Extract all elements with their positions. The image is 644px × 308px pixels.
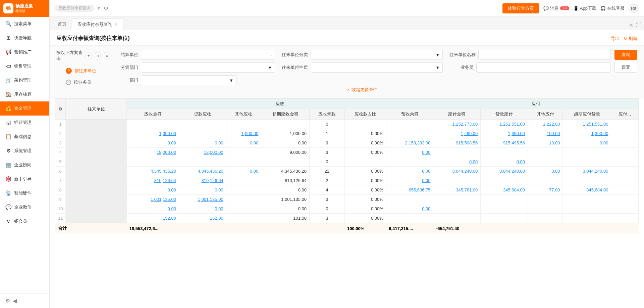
tab-fullscreen-icon[interactable]: ⛶ xyxy=(636,22,641,29)
table-cell-link[interactable]: 152.00 xyxy=(179,214,226,223)
table-cell-link[interactable]: 0.00 xyxy=(528,167,563,176)
settings-button[interactable]: 设置 xyxy=(614,62,637,73)
table-cell-link[interactable]: 3,044,240.00 xyxy=(433,167,481,176)
table-cell-link[interactable]: 345,684.00 xyxy=(481,185,528,195)
table-cell-link[interactable]: 4,345,436.20 xyxy=(179,167,226,176)
table-cell-link[interactable]: 0.00 xyxy=(481,157,528,167)
online-service-button[interactable]: 🎧 在线客服 xyxy=(600,5,625,11)
table-cell-link[interactable]: 3,044,240.00 xyxy=(563,167,611,176)
sidebar-item-purchase[interactable]: 🛒 采购管理 xyxy=(0,73,49,87)
table-cell-link[interactable]: 345,761.00 xyxy=(433,185,481,195)
sidebar-item-marketing[interactable]: 📢 营销推广 xyxy=(0,45,49,59)
table-cell-link[interactable]: 0.00 xyxy=(386,204,433,214)
filter-sub-by-salesperson[interactable]: ⊙ 按业务员 xyxy=(62,77,110,88)
message-button[interactable]: 💬 消息 99+ xyxy=(543,5,569,11)
filter-back-button[interactable]: « xyxy=(104,52,110,59)
tab-window-close-icon[interactable]: ✕ xyxy=(629,22,633,29)
table-cell-link[interactable]: 345,684.00 xyxy=(563,185,611,195)
sidebar-item-inventory[interactable]: 🏠 库存核算 xyxy=(0,87,49,101)
filter-settlement-unit: 结算单位 ··· xyxy=(114,50,275,60)
table-cell-link[interactable]: 810,126.64 xyxy=(179,176,226,185)
collapse-filter-button[interactable]: ∧ 收起更多条件 xyxy=(114,85,610,94)
filter-department-input[interactable]: ▼ xyxy=(141,75,236,85)
settings-col-header[interactable]: ⚙ xyxy=(55,99,66,120)
filter-unit-nature-input[interactable]: ▼ xyxy=(311,62,443,73)
sidebar-item-enterprise[interactable]: 🏢 企业协同 xyxy=(0,158,49,172)
filter-sub-by-unit[interactable]: P 按往来单位 xyxy=(62,65,110,77)
settings-icon[interactable]: ⚙ xyxy=(5,298,10,304)
table-cell-link[interactable]: 1,000.00 xyxy=(226,129,261,138)
table-cell-link[interactable]: 0.00 xyxy=(563,138,611,148)
app-download-button[interactable]: 📱 App下载 xyxy=(573,5,596,11)
table-cell-link[interactable]: 0.00 xyxy=(226,138,261,148)
collapse-sidebar-icon[interactable]: ◀ xyxy=(13,298,17,304)
sidebar-item-member[interactable]: V 畅会员 xyxy=(0,214,49,228)
filter-salesperson-input[interactable]: ··· xyxy=(476,62,610,73)
footer-ar-amount[interactable]: 19,553,472,6... xyxy=(127,223,179,233)
table-cell-link[interactable]: 100.00 xyxy=(528,129,563,138)
table-cell-link[interactable]: 1,001,135.00 xyxy=(179,195,226,204)
filter-unit-category-input[interactable]: ▼ xyxy=(311,50,443,60)
sidebar-item-hardware[interactable]: 📡 智能硬件 xyxy=(0,186,49,200)
header-dropdown-icon[interactable]: ▼ xyxy=(97,6,101,11)
table-cell-link[interactable]: 4,345,436.20 xyxy=(127,167,179,176)
table-cell-link[interactable]: 1,000.00 xyxy=(127,129,179,138)
table-cell-link[interactable]: 1,490.00 xyxy=(433,129,481,138)
table-cell-link[interactable]: 1,001,135.00 xyxy=(127,195,179,204)
sidebar-item-wechat[interactable]: 💬 企业微信 xyxy=(0,200,49,214)
table-cell-link[interactable]: 915,508.56 xyxy=(433,138,481,148)
tab-home[interactable]: 首页 xyxy=(52,18,72,30)
filter-settings-button[interactable]: ⊙ xyxy=(95,52,101,59)
sidebar-item-sales[interactable]: 🏷 销售管理 xyxy=(0,59,49,73)
table-cell-link[interactable]: 0.00 xyxy=(127,204,179,214)
tab-arbalance[interactable]: 应收应付余额查询 ✕ xyxy=(72,18,123,30)
table-cell-link[interactable]: 0.00 xyxy=(127,138,179,148)
table-cell-link[interactable]: 1,390.00 xyxy=(481,129,528,138)
table-cell-link[interactable]: 0.00 xyxy=(386,148,433,157)
table-cell-link[interactable]: 2,153,333.00 xyxy=(386,138,433,148)
filter-unit-name-input[interactable] xyxy=(478,50,610,60)
sidebar-item-finance[interactable]: 💰 资金管理 xyxy=(0,101,49,116)
table-cell-link[interactable]: 1,222.00 xyxy=(528,120,563,129)
table-cell-link[interactable]: 77.00 xyxy=(528,185,563,195)
industry-solution-button[interactable]: 体验行业方案 xyxy=(502,3,539,13)
filter-add-button[interactable]: + xyxy=(85,52,92,59)
sidebar-item-system[interactable]: ⚙ 系统管理 xyxy=(0,144,49,158)
table-cell-link[interactable]: 0.00 xyxy=(127,185,179,195)
table-cell-link[interactable]: 0.00 xyxy=(433,157,481,167)
table-cell-link[interactable]: 1,251,551.00 xyxy=(481,120,528,129)
table-settings-icon[interactable]: ⚙ xyxy=(58,106,62,112)
table-cell-link[interactable]: 3,044,240.00 xyxy=(481,167,528,176)
query-buttons: 查询 设置 xyxy=(614,50,637,94)
table-cell-link[interactable]: 18,000.00 xyxy=(179,148,226,157)
table-cell-link[interactable]: 0.00 xyxy=(386,167,433,176)
table-cell-link[interactable]: 0.00 xyxy=(179,185,226,195)
table-cell-link[interactable]: 1,390.00 xyxy=(563,129,611,138)
table-cell-link[interactable]: 915,495.56 xyxy=(481,138,528,148)
filter-settlement-input[interactable]: ··· xyxy=(141,50,275,60)
table-cell-link[interactable]: 18,000.00 xyxy=(127,148,179,157)
table-cell-link[interactable]: 0.00 xyxy=(179,204,226,214)
filter-dept-input[interactable]: ▼ xyxy=(141,62,275,73)
table-cell-link[interactable]: 0.00 xyxy=(386,176,433,185)
table-cell-link[interactable]: 0.00 xyxy=(179,138,226,148)
table-cell-link[interactable]: 13.00 xyxy=(528,138,563,148)
sidebar-item-guide[interactable]: 🎯 新手引导 xyxy=(0,172,49,186)
table-cell-link[interactable]: 152.00 xyxy=(127,214,179,223)
user-avatar[interactable]: Rit xyxy=(629,3,639,13)
table-cell-link[interactable]: 655,636.75 xyxy=(386,185,433,195)
table-cell-link[interactable]: 1,251,551.00 xyxy=(563,120,611,129)
table-cell-link[interactable]: 810,126.64 xyxy=(127,176,179,185)
header-gear-icon[interactable]: ⚙ xyxy=(104,5,108,11)
export-button[interactable]: 导出 xyxy=(611,36,620,42)
sidebar-item-base[interactable]: 📋 基础信息 xyxy=(0,130,49,144)
refresh-button[interactable]: ↻ 刷新 xyxy=(624,36,637,42)
table-cell-link[interactable]: 1,252,773.00 xyxy=(433,120,481,129)
tab-close-icon[interactable]: ✕ xyxy=(114,22,118,27)
finance-icon: 💰 xyxy=(5,105,11,112)
sidebar-item-quicknav[interactable]: ⊞ 快捷导航 xyxy=(0,31,49,45)
sidebar-item-search[interactable]: 🔍 搜索菜单 xyxy=(0,17,49,31)
table-cell-link[interactable]: 0.00 xyxy=(226,167,261,176)
sidebar-item-operations[interactable]: 📊 经营管理 xyxy=(0,116,49,130)
query-button[interactable]: 查询 xyxy=(614,50,637,60)
